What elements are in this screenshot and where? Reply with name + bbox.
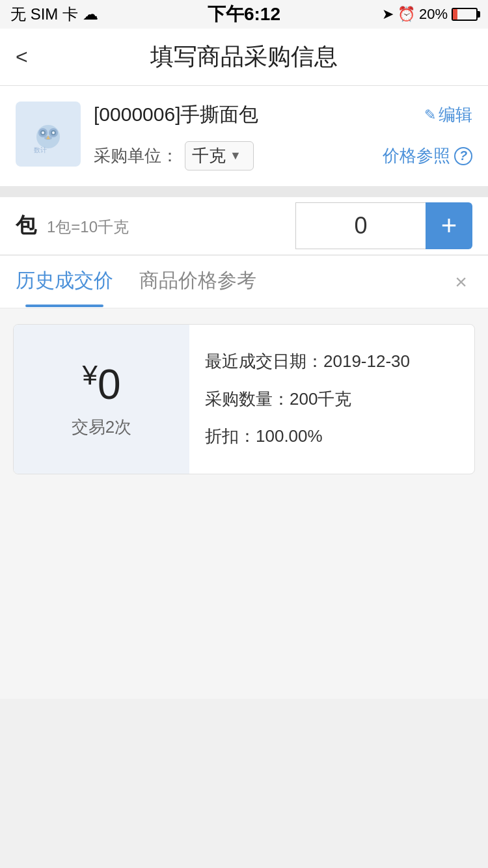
- unit-text: 采购单位：: [94, 144, 178, 167]
- quantity-input[interactable]: [295, 202, 426, 249]
- unit-select[interactable]: 千克 ▼: [185, 141, 254, 170]
- battery-percent: 20%: [419, 6, 448, 23]
- price-ref-button[interactable]: 价格参照 ?: [383, 144, 472, 167]
- battery-icon: [452, 8, 478, 21]
- edit-label: 编辑: [439, 103, 472, 126]
- svg-point-5: [42, 131, 44, 134]
- price-card-section: ¥0 交易2次 最近成交日期：2019-12-30 采购数量：200千克 折扣：…: [0, 308, 488, 699]
- svg-text:数计: 数计: [34, 146, 47, 154]
- tab-price-ref-label: 商品价格参考: [139, 269, 256, 291]
- purchase-qty-row: 采购数量：200千克: [205, 386, 459, 413]
- product-info: [0000006]手撕面包 ✎ 编辑 采购单位： 千克 ▼ 价格参照 ?: [94, 102, 472, 170]
- product-section: 数计 [0000006]手撕面包 ✎ 编辑 采购单位： 千克 ▼ 价格参照 ?: [0, 86, 488, 187]
- quantity-input-group: +: [295, 202, 472, 249]
- owl-icon: 数计: [29, 115, 68, 154]
- price-card-left: ¥0 交易2次: [14, 325, 189, 474]
- status-bar: 无 SIM 卡 ☁ 下午6:12 ➤ ⏰ 20%: [0, 0, 488, 29]
- tabs-close-button[interactable]: ×: [450, 265, 472, 299]
- status-right: ➤ ⏰ 20%: [382, 6, 478, 23]
- quantity-unit: 包: [16, 211, 36, 240]
- unit-value: 千克: [192, 144, 226, 167]
- purchase-qty-value: 采购数量：200千克: [205, 389, 351, 409]
- quantity-section: 包 1包=10千克 +: [0, 197, 488, 256]
- tabs-section: 历史成交价 商品价格参考 ×: [0, 256, 488, 308]
- unit-select-arrow-icon: ▼: [230, 149, 241, 163]
- edit-icon: ✎: [424, 107, 436, 124]
- section-divider: [0, 187, 488, 197]
- price-number: 0: [98, 362, 121, 409]
- quantity-label: 包 1包=10千克: [16, 211, 129, 240]
- price-card-right: 最近成交日期：2019-12-30 采购数量：200千克 折扣：100.00%: [189, 325, 474, 474]
- price-ref-label: 价格参照: [383, 144, 450, 167]
- quantity-unit-sub: 1包=10千克: [47, 217, 129, 237]
- recent-date-value: 最近成交日期：2019-12-30: [205, 351, 410, 371]
- price-display: ¥0: [83, 360, 121, 409]
- location-icon: ➤: [382, 6, 394, 23]
- discount-row: 折扣：100.00%: [205, 423, 459, 450]
- tab-history-price[interactable]: 历史成交价: [16, 267, 113, 297]
- svg-point-6: [52, 131, 55, 134]
- back-button[interactable]: <: [16, 45, 28, 69]
- price-card: ¥0 交易2次 最近成交日期：2019-12-30 采购数量：200千克 折扣：…: [13, 324, 475, 474]
- status-time: 下午6:12: [208, 2, 280, 27]
- alarm-icon: ⏰: [398, 6, 415, 23]
- page-title: 填写商品采购信息: [150, 41, 338, 73]
- product-unit-row: 采购单位： 千克 ▼ 价格参照 ?: [94, 141, 472, 170]
- recent-date-row: 最近成交日期：2019-12-30: [205, 348, 459, 375]
- unit-label: 采购单位： 千克 ▼: [94, 141, 254, 170]
- quantity-plus-button[interactable]: +: [426, 202, 472, 249]
- tabs-bar: 历史成交价 商品价格参考 ×: [0, 256, 488, 308]
- sim-label: 无 SIM 卡 ☁: [10, 4, 98, 25]
- yen-symbol: ¥: [83, 360, 98, 390]
- tab-product-price-ref[interactable]: 商品价格参考: [139, 267, 256, 297]
- tab-history-label: 历史成交价: [16, 269, 113, 291]
- product-header: [0000006]手撕面包 ✎ 编辑: [94, 102, 472, 128]
- discount-value: 折扣：100.00%: [205, 426, 323, 446]
- tabs-left: 历史成交价 商品价格参考: [16, 267, 256, 297]
- edit-button[interactable]: ✎ 编辑: [424, 103, 472, 126]
- trade-count: 交易2次: [72, 416, 131, 439]
- info-icon: ?: [454, 147, 472, 165]
- product-image: 数计: [16, 102, 81, 167]
- status-left: 无 SIM 卡 ☁: [10, 4, 98, 25]
- nav-header: < 填写商品采购信息: [0, 29, 488, 86]
- product-name: [0000006]手撕面包: [94, 102, 258, 128]
- tab-active-indicator: [25, 305, 103, 307]
